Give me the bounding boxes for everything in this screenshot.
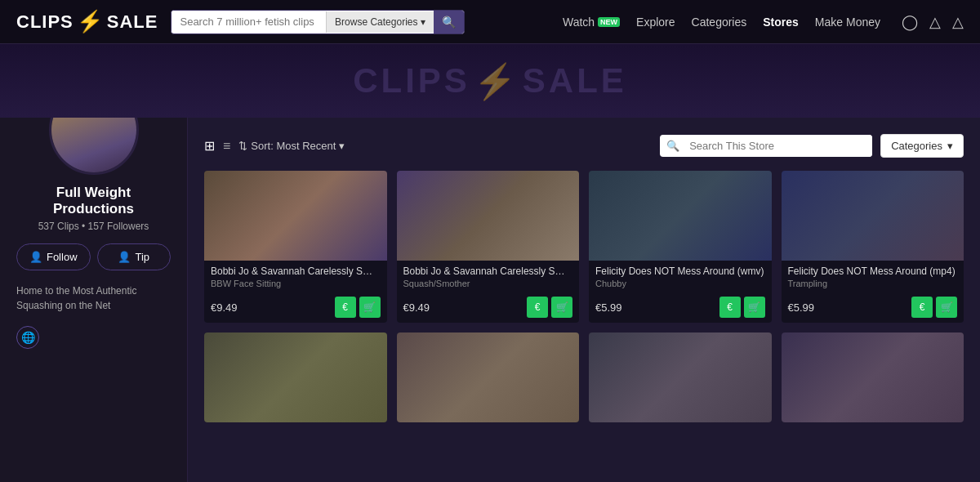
cart-icon[interactable]: △ bbox=[952, 13, 964, 31]
clip-euro-button[interactable]: € bbox=[911, 297, 933, 318]
sort-icon: ⇅ bbox=[238, 140, 247, 152]
store-content: ⊞ ≡ ⇅ Sort: Most Recent ▾ 🔍 Categories ▾… bbox=[188, 118, 980, 482]
clip-title: Bobbi Jo & Savannah Carelessly Smash ... bbox=[211, 266, 381, 277]
clips-count: 537 Clips bbox=[38, 221, 79, 232]
main-nav: Watch NEW Explore Categories Stores Make… bbox=[563, 16, 880, 29]
sort-chevron-icon: ▾ bbox=[339, 140, 345, 152]
clips-grid: Bobbi Jo & Savannah Carelessly Smash ...… bbox=[204, 171, 964, 422]
clip-action-buttons: € 🛒 bbox=[911, 297, 957, 318]
header-icons: ◯ △ △ bbox=[902, 13, 964, 31]
nav-watch-label: Watch bbox=[563, 16, 595, 29]
nav-make-money[interactable]: Make Money bbox=[815, 16, 880, 29]
store-search-icon: 🔍 bbox=[660, 135, 686, 157]
store-stats: 537 Clips • 157 Followers bbox=[16, 221, 171, 232]
nav-watch-badge: NEW bbox=[598, 17, 620, 27]
categories-dropdown-button[interactable]: Categories ▾ bbox=[880, 134, 964, 158]
clip-card[interactable]: Felicity Does NOT Mess Around (mp4) Tram… bbox=[782, 171, 964, 323]
globe-icon: 🌐 bbox=[21, 331, 35, 344]
nav-explore[interactable]: Explore bbox=[636, 16, 675, 29]
clip-card[interactable]: Bobbi Jo & Savannah Carelessly Smash ...… bbox=[397, 171, 580, 323]
banner-logo-clips: CLIPS bbox=[353, 61, 470, 100]
follow-button[interactable]: 👤 Follow bbox=[16, 243, 91, 270]
banner-logo-sale: SALE bbox=[523, 61, 627, 100]
grid-view-icon[interactable]: ⊞ bbox=[204, 138, 215, 154]
logo-text-sale: SALE bbox=[107, 11, 158, 33]
main-content: Full Weight Productions 537 Clips • 157 … bbox=[0, 118, 980, 482]
banner-logo: CLIPS ⚡ SALE bbox=[353, 61, 627, 101]
clip-price: €9.49 bbox=[211, 301, 238, 314]
clip-info: Felicity Does NOT Mess Around (wmv) Chub… bbox=[589, 261, 772, 295]
store-sidebar: Full Weight Productions 537 Clips • 157 … bbox=[0, 118, 188, 482]
clip-price: €9.49 bbox=[403, 301, 430, 314]
browse-categories-button[interactable]: Browse Categories ▾ bbox=[326, 11, 434, 33]
nav-categories[interactable]: Categories bbox=[692, 16, 747, 29]
clip-footer: €5.99 € 🛒 bbox=[782, 295, 964, 323]
clip-cart-button[interactable]: 🛒 bbox=[744, 297, 765, 318]
clip-card[interactable] bbox=[397, 332, 580, 422]
clip-footer: €9.49 € 🛒 bbox=[397, 295, 580, 323]
search-submit-button[interactable]: 🔍 bbox=[434, 11, 464, 33]
sort-button[interactable]: ⇅ Sort: Most Recent ▾ bbox=[238, 140, 345, 152]
clip-category: Trampling bbox=[788, 279, 958, 288]
clip-category: Squash/Smother bbox=[403, 279, 573, 288]
clip-info: Bobbi Jo & Savannah Carelessly Smash ...… bbox=[397, 261, 580, 295]
clip-cart-button[interactable]: 🛒 bbox=[936, 297, 957, 318]
nav-stores[interactable]: Stores bbox=[763, 16, 799, 29]
clip-card[interactable] bbox=[589, 332, 772, 422]
clip-info: Bobbi Jo & Savannah Carelessly Smash ...… bbox=[204, 261, 387, 295]
clip-thumbnail bbox=[782, 171, 964, 261]
nav-watch[interactable]: Watch NEW bbox=[563, 16, 620, 29]
clip-price: €5.99 bbox=[788, 301, 815, 314]
categories-chevron-icon: ▾ bbox=[947, 140, 953, 152]
logo-bolt-icon: ⚡ bbox=[77, 9, 104, 34]
clip-footer: €9.49 € 🛒 bbox=[204, 295, 387, 323]
user-icon[interactable]: ◯ bbox=[902, 13, 918, 31]
banner-bolt-icon: ⚡ bbox=[474, 61, 519, 101]
header: CLIPS ⚡ SALE Browse Categories ▾ 🔍 Watch… bbox=[0, 0, 980, 44]
clip-euro-button[interactable]: € bbox=[527, 297, 548, 318]
nav-make-money-label: Make Money bbox=[815, 16, 880, 29]
logo-text-clips: CLIPS bbox=[16, 11, 74, 33]
chevron-down-icon: ▾ bbox=[421, 16, 425, 28]
clip-cart-button[interactable]: 🛒 bbox=[359, 297, 381, 318]
clip-card[interactable]: Bobbi Jo & Savannah Carelessly Smash ...… bbox=[204, 171, 387, 323]
website-link[interactable]: 🌐 bbox=[16, 326, 39, 349]
tip-icon: 👤 bbox=[118, 251, 131, 263]
follow-icon: 👤 bbox=[29, 251, 42, 263]
clip-euro-button[interactable]: € bbox=[719, 297, 741, 318]
clip-category: BBW Face Sitting bbox=[211, 279, 381, 288]
clip-card[interactable] bbox=[782, 332, 964, 422]
clip-thumbnail bbox=[397, 171, 580, 261]
search-input[interactable] bbox=[172, 11, 326, 33]
nav-stores-label: Stores bbox=[763, 16, 799, 29]
clip-euro-button[interactable]: € bbox=[335, 297, 356, 318]
clip-card[interactable]: Felicity Does NOT Mess Around (wmv) Chub… bbox=[589, 171, 772, 323]
tip-label: Tip bbox=[135, 251, 149, 263]
follow-label: Follow bbox=[47, 251, 78, 263]
clip-thumbnail bbox=[589, 171, 772, 261]
clip-action-buttons: € 🛒 bbox=[527, 297, 572, 318]
notification-icon[interactable]: △ bbox=[929, 13, 941, 31]
nav-explore-label: Explore bbox=[636, 16, 675, 29]
clip-title: Felicity Does NOT Mess Around (mp4) bbox=[788, 266, 958, 277]
store-description: Home to the Most Authentic Squashing on … bbox=[16, 283, 171, 313]
nav-categories-label: Categories bbox=[692, 16, 747, 29]
clip-cart-button[interactable]: 🛒 bbox=[551, 297, 572, 318]
store-search-input[interactable] bbox=[686, 135, 872, 157]
clip-price: €5.99 bbox=[595, 301, 622, 314]
store-banner: CLIPS ⚡ SALE bbox=[0, 44, 980, 118]
browse-categories-label: Browse Categories bbox=[335, 16, 417, 28]
search-bar: Browse Categories ▾ 🔍 bbox=[171, 10, 465, 34]
site-logo[interactable]: CLIPS ⚡ SALE bbox=[16, 9, 158, 34]
sort-label: Sort: Most Recent bbox=[251, 140, 336, 152]
clip-card[interactable] bbox=[204, 332, 387, 422]
clip-thumbnail bbox=[397, 332, 580, 422]
clip-title: Felicity Does NOT Mess Around (wmv) bbox=[595, 266, 765, 277]
clip-action-buttons: € 🛒 bbox=[719, 297, 765, 318]
search-icon: 🔍 bbox=[442, 16, 456, 29]
tip-button[interactable]: 👤 Tip bbox=[97, 243, 172, 270]
list-view-icon[interactable]: ≡ bbox=[223, 139, 230, 154]
clip-footer: €5.99 € 🛒 bbox=[589, 295, 772, 323]
clip-action-buttons: € 🛒 bbox=[335, 297, 381, 318]
followers-count: 157 Followers bbox=[88, 221, 149, 232]
